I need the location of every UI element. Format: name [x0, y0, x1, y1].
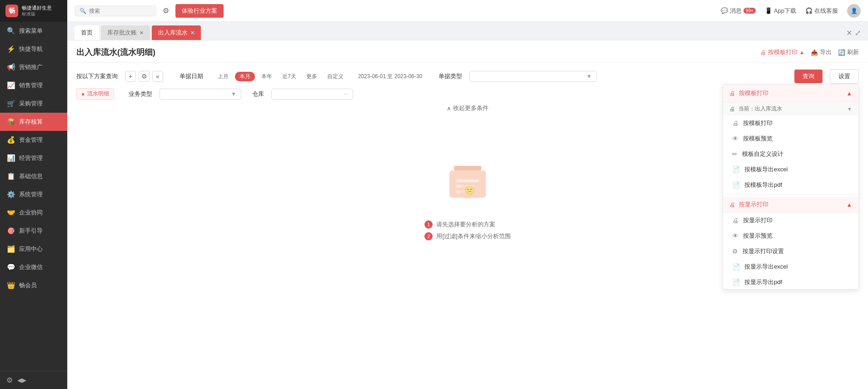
active-filter-tag: ● 流水明细 — [76, 88, 114, 100]
refresh-icon: 🔄 — [838, 49, 845, 56]
template-design-label: 模板自定义设计 — [742, 150, 783, 158]
industry-btn[interactable]: 体验行业方案 — [175, 4, 224, 18]
export-icon: 📤 — [811, 49, 818, 56]
date-more[interactable]: 更多 — [303, 72, 321, 81]
sidebar-item-sales[interactable]: 📈 销售管理 — [0, 76, 67, 95]
search-input[interactable] — [89, 8, 144, 14]
sidebar-item-inventory[interactable]: 📦 库存核算 — [0, 113, 67, 131]
message-badge[interactable]: 💬 消息 99+ — [721, 7, 756, 15]
sidebar-item-enterprise[interactable]: 🤝 企业协同 — [0, 204, 67, 222]
set-btn[interactable]: 设置 — [830, 69, 859, 84]
display-print-icon: 🖨 — [732, 217, 738, 224]
dropdown-template-print[interactable]: 🖨 按模板打印 — [723, 115, 858, 131]
date-custom[interactable]: 自定义 — [324, 72, 347, 81]
dropdown-template-excel[interactable]: 📄 按模板导出excel — [723, 162, 858, 177]
purchase-icon: 🛒 — [6, 99, 15, 108]
template-preview-label: 按模板预览 — [743, 135, 773, 143]
business-type-label: 业务类型 — [129, 90, 152, 98]
sidebar-item-app-center[interactable]: 🗂️ 应用中心 — [0, 240, 67, 258]
member-icon: 👑 — [6, 281, 15, 290]
sidebar-item-system[interactable]: ⚙️ 系统管理 — [0, 185, 67, 204]
online-service-btn[interactable]: 🎧 在线客服 — [805, 7, 838, 15]
print-template-btn[interactable]: 🖨 按模板打印 ▲ — [760, 48, 804, 56]
sidebar-item-wechat[interactable]: 💬 企业微信 — [0, 258, 67, 276]
dropdown-scroll: 🖨 按模板打印 ▲ 🖨 当前：出入库流水 ▼ 🖨 按模板打印 — [723, 85, 858, 289]
sidebar-item-purchase[interactable]: 🛒 采购管理 — [0, 95, 67, 113]
refresh-btn[interactable]: 🔄 刷新 — [838, 48, 859, 56]
current-section-icon: 🖨 — [729, 106, 735, 112]
date-current-month[interactable]: 本月 — [235, 72, 255, 81]
date-7days[interactable]: 近7天 — [279, 72, 300, 81]
sidebar-nav: 🔍 搜索菜单 ⚡ 快捷导航 📢 营销推广 📈 销售管理 🛒 采购管理 📦 库存核… — [0, 22, 67, 371]
dropdown-template-preview[interactable]: 👁 按模板预览 — [723, 131, 858, 146]
gear-icon[interactable]: ⚙ — [161, 5, 171, 17]
dropdown-header[interactable]: 🖨 按模板打印 ▲ — [723, 85, 858, 102]
finance-icon: 💰 — [6, 135, 15, 145]
operation-icon: 📊 — [6, 154, 15, 163]
refresh-label: 刷新 — [847, 48, 859, 56]
settings-icon[interactable]: ⚙ — [6, 376, 13, 384]
sidebar-item-marketing[interactable]: 📢 营销推广 — [0, 58, 67, 76]
business-type-down-icon: ▼ — [231, 91, 236, 97]
date-this-year[interactable]: 本年 — [258, 72, 276, 81]
date-prev-month[interactable]: 上月 — [214, 72, 232, 81]
empty-step-1: 1 请先选择要分析的方案 — [424, 220, 510, 229]
display-excel-icon: 📄 — [732, 263, 740, 270]
sidebar-item-guide[interactable]: 🎯 新手引导 — [0, 222, 67, 240]
print-icon: 🖨 — [760, 49, 766, 56]
filter-settings-btn[interactable]: ⚙ — [139, 71, 150, 82]
dropdown-display-excel[interactable]: 📄 按显示导出excel — [723, 259, 858, 274]
dropdown-current-section[interactable]: 🖨 当前：出入库流水 ▼ — [723, 102, 858, 115]
doc-type-label: 单据类型 — [439, 72, 462, 80]
sidebar-item-finance[interactable]: 💰 资金管理 — [0, 131, 67, 149]
tabbar: 首页 库存批次账 ✕ 出入库流水 ✕ ✕ ⤢ — [67, 22, 868, 40]
template-preview-icon: 👁 — [732, 135, 738, 142]
dropdown-template-design[interactable]: ✏ 模板自定义设计 — [723, 146, 858, 162]
sidebar: 畅 畅捷通好生意 标准版 🔍 搜索菜单 ⚡ 快捷导航 📢 营销推广 📈 销售管理… — [0, 0, 67, 389]
dropdown-display-print[interactable]: 🖨 按显示打印 — [723, 213, 858, 228]
display-section-label: 按显示打印 — [739, 200, 768, 209]
app-download-btn[interactable]: 📱 App下载 — [765, 7, 796, 15]
tab-batch-account[interactable]: 库存批次账 ✕ — [101, 25, 150, 40]
tabbar-actions: ✕ ⤢ — [846, 29, 861, 37]
sidebar-item-quick-nav[interactable]: ⚡ 快捷导航 — [0, 40, 67, 58]
tab-inout-flow-close[interactable]: ✕ — [190, 30, 195, 36]
sidebar-item-search[interactable]: 🔍 搜索菜单 — [0, 22, 67, 40]
dropdown-display-print-settings[interactable]: ⚙ 按显示打印设置 — [723, 244, 858, 259]
dropdown-display-section-header[interactable]: 🖨 按显示打印 ▲ — [723, 197, 858, 213]
business-type-select[interactable]: ▼ — [160, 89, 241, 100]
wechat-icon: 💬 — [6, 263, 15, 272]
sidebar-item-label: 采购管理 — [19, 100, 43, 108]
dropdown-template-pdf[interactable]: 📄 按模板导出pdf — [723, 177, 858, 193]
collapse-label: 收起更多条件 — [453, 104, 489, 112]
tab-batch-account-label: 库存批次账 — [107, 29, 137, 37]
display-print-label: 按显示打印 — [743, 216, 773, 224]
template-pdf-label: 按模板导出pdf — [744, 181, 782, 189]
collapse-icon[interactable]: ◀▶ — [17, 377, 26, 384]
filter-collapse-btn[interactable]: « — [152, 71, 163, 82]
warehouse-select[interactable]: ··· — [271, 89, 353, 100]
sidebar-item-member[interactable]: 👑 畅会员 — [0, 276, 67, 294]
topbar-search-box[interactable]: 🔍 — [75, 5, 156, 16]
doc-type-select[interactable]: ▼ — [469, 71, 597, 82]
tab-batch-account-close[interactable]: ✕ — [140, 30, 144, 36]
add-filter-btn[interactable]: + — [125, 71, 136, 82]
sidebar-item-operation[interactable]: 📊 经营管理 — [0, 149, 67, 167]
close-window-icon[interactable]: ✕ — [846, 29, 852, 37]
dropdown-display-preview[interactable]: 👁 按显示预览 — [723, 228, 858, 244]
template-print-icon: 🖨 — [732, 120, 738, 127]
dropdown-display-pdf[interactable]: 📄 按显示导出pdf — [723, 274, 858, 289]
display-print-settings-label: 按显示打印设置 — [743, 247, 784, 255]
query-btn[interactable]: 查询 — [794, 70, 823, 83]
empty-illustration: 😕 — [440, 157, 495, 211]
user-avatar[interactable]: 👤 — [847, 4, 861, 18]
display-preview-label: 按显示预览 — [743, 232, 773, 240]
empty-step-2: 2 用[过滤]条件来缩小分析范围 — [424, 232, 510, 240]
maximize-icon[interactable]: ⤢ — [855, 29, 861, 37]
message-label: 消息 — [730, 7, 742, 15]
tab-inout-flow[interactable]: 出入库流水 ✕ — [152, 25, 201, 40]
svg-text:😕: 😕 — [464, 185, 475, 195]
export-btn[interactable]: 📤 导出 — [811, 48, 832, 56]
tab-home[interactable]: 首页 — [75, 25, 99, 40]
sidebar-item-base[interactable]: 📋 基础信息 — [0, 167, 67, 185]
